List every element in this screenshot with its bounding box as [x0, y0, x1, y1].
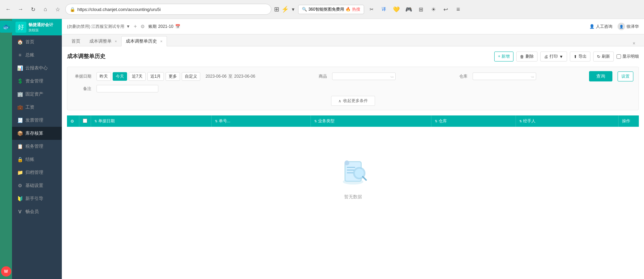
select-all-checkbox[interactable] [83, 119, 87, 123]
date-btn-yesterday[interactable]: 昨天 [97, 72, 111, 81]
wallet-btn[interactable]: 💛 [392, 4, 401, 14]
note-input[interactable] [97, 85, 158, 92]
sidebar-item-ledger[interactable]: ≡ 总账 [12, 48, 62, 62]
brightness-btn[interactable]: ☀ [429, 4, 438, 14]
main-sidebar: 好 畅捷通好会计 旗舰版 🏠 首页 ≡ 总账 📊 云报表中心 💲 [12, 19, 62, 279]
sidebar-label-inventory: 库存核算 [25, 130, 43, 136]
sidebar-label-funds: 资金管理 [25, 78, 43, 84]
export-btn[interactable]: ⬆ 导出 [570, 52, 590, 62]
game-btn[interactable]: 🎮 [404, 4, 414, 14]
calendar-icon: 📅 [175, 24, 180, 29]
collapse-btn[interactable]: ∧ 收起更多条件 [331, 96, 375, 106]
bookmark-btn[interactable]: ☆ [53, 4, 63, 14]
tab-cost-adj[interactable]: 成本调整单 × [85, 36, 121, 46]
icon-sidebar-weibo[interactable]: W [1, 266, 11, 277]
sidebar-item-funds[interactable]: 💲 资金管理 [12, 75, 62, 88]
company-settings-btn[interactable]: ⚙ [140, 24, 145, 29]
sidebar-item-inventory[interactable]: 📦 库存核算 [12, 127, 62, 140]
close-all-btn[interactable]: × [629, 41, 639, 46]
user-name: 徐泽华 [626, 24, 639, 30]
tab-home-label: 首页 [71, 38, 80, 44]
date-btn-custom[interactable]: 自定义 [182, 72, 200, 81]
invoice-icon: 🧾 [17, 118, 23, 123]
menu-btn[interactable]: ≡ [453, 4, 463, 14]
forward-btn[interactable]: → [16, 4, 25, 14]
sidebar-item-tax[interactable]: 📋 税务管理 [12, 140, 62, 153]
delete-btn[interactable]: 🗑 删除 [516, 52, 538, 62]
company-selector[interactable]: (勿删勿禁用) 江西服宝测试专用 ▼ [67, 24, 130, 30]
th-biztype[interactable]: ⇅ 业务类型 [311, 115, 431, 127]
th-warehouse[interactable]: ⇅ 仓库 [431, 115, 516, 127]
scissors-btn[interactable]: ✂ [367, 4, 376, 14]
sidebar-item-archive[interactable]: 📁 归档管理 [12, 166, 62, 179]
query-btn[interactable]: 查询 [589, 71, 612, 81]
show-detail-checkbox[interactable] [617, 54, 621, 59]
th-gear[interactable]: ⚙ [67, 115, 79, 127]
sidebar-item-settings[interactable]: ⚙ 基础设置 [12, 179, 62, 192]
tab-cost-adj-history[interactable]: 成本调整单历史 × [121, 36, 167, 46]
undo-btn[interactable]: ↩ [441, 4, 451, 14]
lightning-icon[interactable]: ⚡ [281, 5, 289, 13]
product-label: 商品 [308, 74, 327, 79]
add-company-btn[interactable]: + [134, 23, 137, 30]
date-btn-1month[interactable]: 近1月 [147, 72, 164, 81]
address-bar[interactable]: 🔒 https://cloud.chanjet.com/accounting/u… [65, 4, 271, 15]
tab-cost-adj-close[interactable]: × [115, 39, 117, 43]
sidebar-label-assets: 固定资产 [25, 91, 43, 97]
date-btn-more[interactable]: 更多 [166, 72, 180, 81]
icon-sidebar-top[interactable]: 🐟 [0, 21, 12, 33]
refresh-btn[interactable]: ↻ [28, 4, 38, 14]
sidebar-item-member[interactable]: V 畅会员 [12, 205, 62, 218]
th-number[interactable]: ⇅ 单号... [211, 115, 311, 127]
sidebar-item-assets[interactable]: 🏢 固定资产 [12, 88, 62, 101]
sidebar-item-reports[interactable]: 📊 云报表中心 [12, 62, 62, 75]
date-btn-7days[interactable]: 近7天 [129, 72, 146, 81]
funds-icon: 💲 [17, 78, 23, 84]
tab-cost-adj-history-close[interactable]: × [160, 39, 162, 43]
page-actions: + 新增 🗑 删除 🖨 打印 ▼ ⬆ 导出 ↻ [494, 52, 639, 62]
refresh-btn[interactable]: ↻ 刷新 [593, 52, 614, 62]
export-icon: ⬆ [574, 54, 577, 59]
tab-home[interactable]: 首页 [67, 36, 85, 46]
sidebar-item-payroll[interactable]: 💼 工资 [12, 101, 62, 114]
consult-icon: 👤 [589, 24, 595, 29]
date-btn-today[interactable]: 今天 [113, 72, 127, 81]
period-selector[interactable]: 账期 2021-10 📅 [148, 24, 180, 30]
show-detail-label[interactable]: 显示明细 [617, 54, 639, 59]
app-container: 🐟 W 好 畅捷通好会计 旗舰版 🏠 首页 ≡ 总账 [0, 19, 644, 279]
hot-search-icon: 🔥 [346, 7, 351, 12]
table-container: ⚙ ⇅ 单据日期 [67, 115, 639, 227]
export-label: 导出 [578, 54, 587, 59]
empty-state: 暂无数据 [67, 127, 639, 227]
warehouse-select-wrapper: ··· [473, 72, 536, 80]
apps-btn[interactable]: ⊞ [416, 4, 426, 14]
product-select[interactable] [332, 72, 396, 80]
th-ops-label: 操作 [622, 119, 630, 123]
warehouse-select[interactable] [473, 72, 536, 80]
filter-settings-btn[interactable]: 设置 [618, 71, 633, 81]
print-btn[interactable]: 🖨 打印 ▼ [540, 52, 567, 62]
new-btn[interactable]: + 新增 [494, 52, 513, 62]
sidebar-item-invoice[interactable]: 🧾 发票管理 [12, 114, 62, 127]
note-label: 备注 [72, 86, 91, 92]
dropdown-icon[interactable]: ▼ [291, 7, 295, 12]
user-menu[interactable]: 👤 徐泽华 [618, 23, 639, 30]
home-btn[interactable]: ⌂ [41, 4, 50, 14]
filter-area: 单据日期 昨天 今天 近7天 近1月 更多 自定义 2023-06-06 至 2… [67, 67, 639, 110]
th-date[interactable]: ⇅ 单据日期 [91, 115, 211, 127]
back-btn[interactable]: ← [3, 4, 13, 14]
consult-btn[interactable]: 👤 人工咨询 [589, 24, 612, 30]
logo-edition: 旗舰版 [29, 28, 39, 33]
grid-icon[interactable]: ⊞ [274, 5, 279, 13]
consult-label: 人工咨询 [596, 24, 612, 30]
browser-search-bar[interactable]: 🔍 360智能抠图免费用 🔥 热搜 [298, 5, 364, 14]
th-operator[interactable]: ⇅ 经手人 [516, 115, 618, 127]
sidebar-item-guide[interactable]: 🔰 新手引导 [12, 192, 62, 205]
th-check[interactable] [79, 115, 91, 127]
translate-btn[interactable]: 译 [379, 4, 389, 14]
sidebar-item-home[interactable]: 🏠 首页 [12, 35, 62, 48]
sidebar-item-closing[interactable]: 🔒 结账 [12, 153, 62, 166]
guide-icon: 🔰 [17, 196, 23, 201]
archive-icon: 📁 [17, 170, 23, 175]
th-number-label: 单号... [219, 118, 230, 124]
